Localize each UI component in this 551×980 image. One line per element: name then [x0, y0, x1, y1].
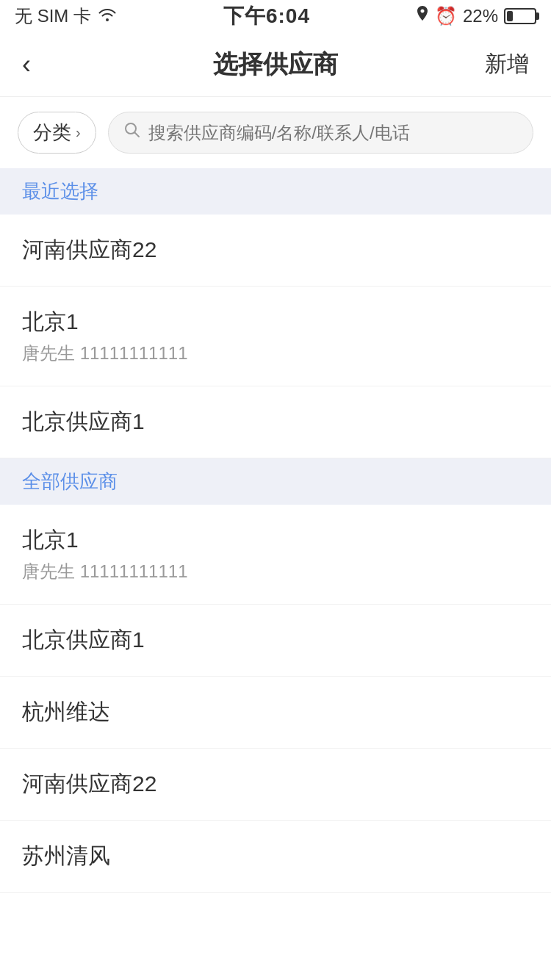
all-items-list: 北京1 唐先生 11111111111 北京供应商1 杭州维达 河南供应商22 …	[0, 505, 551, 893]
item-sub: 唐先生 11111111111	[22, 560, 529, 583]
item-name: 河南供应商22	[22, 769, 529, 799]
status-time: 下午6:04	[223, 2, 310, 30]
item-name: 北京1	[22, 525, 529, 555]
list-item[interactable]: 北京供应商1	[0, 386, 551, 458]
add-button[interactable]: 新增	[485, 49, 529, 79]
search-input[interactable]	[148, 123, 518, 143]
list-item[interactable]: 苏州清风	[0, 821, 551, 893]
list-item[interactable]: 河南供应商22	[0, 749, 551, 821]
status-bar: 无 SIM 卡 下午6:04 ⏰ 22%	[0, 0, 551, 32]
list-item[interactable]: 北京1 唐先生 11111111111	[0, 287, 551, 386]
list-item[interactable]: 北京1 唐先生 11111111111	[0, 505, 551, 605]
status-right: ⏰ 22%	[416, 6, 536, 26]
back-button[interactable]: ‹	[22, 49, 66, 80]
category-button[interactable]: 分类 ›	[18, 112, 96, 154]
search-icon	[123, 121, 141, 144]
sim-label: 无 SIM 卡	[15, 4, 91, 28]
item-name: 北京供应商1	[22, 407, 529, 437]
item-name: 北京1	[22, 307, 529, 337]
list-item[interactable]: 河南供应商22	[0, 215, 551, 287]
battery-icon	[504, 8, 536, 24]
category-label: 分类	[33, 120, 71, 145]
alarm-icon: ⏰	[435, 6, 457, 26]
page-title: 选择供应商	[213, 48, 338, 82]
nav-bar: ‹ 选择供应商 新增	[0, 32, 551, 97]
item-name: 河南供应商22	[22, 235, 529, 265]
wifi-icon	[97, 6, 118, 26]
recent-section-label: 最近选择	[22, 180, 98, 202]
location-icon	[416, 6, 429, 26]
all-section-header: 全部供应商	[0, 458, 551, 505]
battery-pct: 22%	[463, 6, 498, 26]
chevron-right-icon: ›	[76, 124, 81, 141]
status-left: 无 SIM 卡	[15, 4, 118, 28]
item-sub: 唐先生 11111111111	[22, 342, 529, 365]
item-name: 杭州维达	[22, 697, 529, 727]
item-name: 北京供应商1	[22, 625, 529, 655]
recent-items-list: 河南供应商22 北京1 唐先生 11111111111 北京供应商1	[0, 215, 551, 458]
filter-bar: 分类 ›	[0, 97, 551, 168]
all-section-label: 全部供应商	[22, 470, 118, 492]
list-item[interactable]: 杭州维达	[0, 677, 551, 749]
recent-section-header: 最近选择	[0, 168, 551, 215]
search-box	[108, 112, 533, 154]
list-item[interactable]: 北京供应商1	[0, 605, 551, 677]
item-name: 苏州清风	[22, 841, 529, 871]
